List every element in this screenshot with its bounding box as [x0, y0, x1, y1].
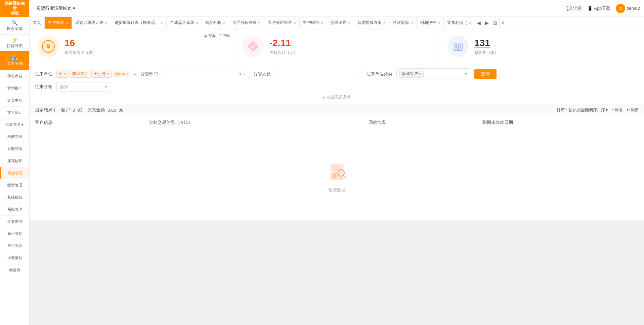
tab-nav-left[interactable]: ◀	[475, 17, 483, 29]
tab-product-analysis-list[interactable]: 商品分析列表 ✕	[229, 17, 264, 29]
search-prefix: 搜索结果中，客户	[35, 107, 70, 113]
sidebar-item-quick-nav[interactable]: ⚡ 快捷导航	[0, 35, 29, 51]
collapse-button[interactable]: ∧ 收起更多条件	[323, 94, 351, 100]
svg-line-16	[343, 175, 346, 178]
sidebar-item-purchase[interactable]: 采购管理	[0, 143, 29, 155]
tab-close-product-analysis-list[interactable]: ✕	[258, 21, 261, 25]
close-category-normal[interactable]: ✕	[419, 72, 421, 76]
sidebar-item-wholesale-mgmt[interactable]: 批发管理 ▼	[0, 119, 29, 131]
stat-top-right-1: ▶ 视频 ? 帮助	[205, 33, 230, 39]
filter-tag-chen[interactable]: 陈民强 ✕	[70, 70, 90, 78]
tab-close-operations[interactable]: ✕	[410, 21, 413, 25]
filter-tag-wu[interactable]: 伍 ✕	[56, 70, 69, 78]
sidebar-item-app-center[interactable]: 应用中心	[0, 240, 29, 252]
app-download-button[interactable]: 📱 App下载	[587, 5, 610, 11]
sidebar-item-new-guide[interactable]: 新手引导	[0, 228, 29, 240]
sort-label: 排序：按欠款金额倒序排序	[557, 107, 605, 113]
branch-dept-select[interactable]: ▾ ···	[162, 70, 249, 78]
category-tag-normal[interactable]: 普通客户 ✕	[399, 70, 424, 78]
tab-close-customer-contact[interactable]: ✕	[320, 21, 323, 25]
sidebar-item-retail-mall[interactable]: 零售商城	[0, 70, 29, 82]
svg-text:¥: ¥	[47, 43, 50, 50]
tab-close-accounts[interactable]: ✕	[66, 21, 68, 25]
svg-rect-7	[458, 46, 459, 48]
query-button[interactable]: 查询	[474, 69, 497, 79]
sidebar-item-system[interactable]: 系统管理	[0, 204, 29, 216]
user-menu[interactable]: d demo2	[616, 4, 640, 13]
tab-product-inbound[interactable]: 产成品入库单 ✕	[167, 17, 202, 29]
tab-close-purchase-orders[interactable]: ✕	[105, 21, 108, 25]
help-icon: ?	[219, 34, 221, 38]
branch-person-select[interactable]: ···	[275, 70, 362, 78]
col-credit-info: 欠款交易信息（占比）	[143, 116, 363, 129]
sidebar-item-enterprise-wechat[interactable]: 企业微信	[0, 252, 29, 264]
sidebar-item-ecommerce[interactable]: 电商管理	[0, 131, 29, 143]
search-summary: 搜索结果中，客户 0 家 欠款金额 0.00 元 排序：按欠款金额倒序排序 ▾	[30, 104, 644, 116]
sidebar-item-members[interactable]: 会员中心	[0, 95, 29, 107]
close-tag-wu[interactable]: ✕	[63, 72, 66, 76]
tab-purchase-stats[interactable]: 进货单统计表（按商品） ✕	[111, 17, 167, 29]
tab-add-promotion[interactable]: 新增提成方案 ✕	[354, 17, 389, 29]
close-tag-cjttcw[interactable]: ✕	[126, 72, 129, 76]
tab-close-purchase-stats[interactable]: ✕	[160, 21, 163, 25]
sidebar-item-marketing[interactable]: 营销推广	[0, 82, 29, 95]
help-link[interactable]: ? 帮助	[219, 33, 230, 39]
close-tag-chen[interactable]: ✕	[85, 72, 88, 76]
tab-close-add-promotion[interactable]: ✕	[383, 21, 386, 25]
account-name: 母婴行业演示帐套	[37, 5, 72, 11]
diamond-icon	[243, 36, 264, 57]
remainder-select[interactable]: 选择... ▾	[56, 82, 110, 92]
svg-rect-3	[456, 44, 457, 46]
video-link[interactable]: ▶ 视频	[205, 33, 216, 39]
sidebar-item-basic-info[interactable]: 基础信息	[0, 191, 29, 204]
tab-close-retail-profit[interactable]: ✕	[469, 21, 471, 25]
messages-button[interactable]: 💬 消息	[566, 5, 582, 11]
sidebar-item-enterprise[interactable]: 企业协同	[0, 216, 29, 228]
sidebar-item-retail-stats[interactable]: 零售统计	[0, 107, 29, 119]
sidebar-item-inventory[interactable]: 库存核算	[0, 155, 29, 167]
topbar: 母婴行业演示帐套 ▾ 💬 消息 📱 App下载 d demo2	[30, 0, 644, 17]
chevron-down-icon: ▾	[73, 6, 75, 11]
sidebar-item-vip-member[interactable]: 畅会员	[0, 264, 29, 276]
account-dropdown[interactable]: 母婴行业演示帐套 ▾	[34, 4, 78, 13]
sidebar-item-operations-mgmt[interactable]: 经营管理	[0, 179, 29, 191]
tab-nav-close-all[interactable]: ✕	[500, 17, 507, 29]
export-button[interactable]: ↑ 导出	[612, 107, 622, 113]
sidebar-item-retail-mgmt[interactable]: 🏪 零售管理	[0, 51, 29, 70]
tab-operations[interactable]: 经营情况 ✕	[389, 17, 417, 29]
video-icon: ▶	[205, 34, 208, 38]
close-tag-wang[interactable]: ✕	[106, 72, 109, 76]
branch-person-dots: ···	[356, 72, 359, 76]
filter-tag-cjttcw[interactable]: cjttcw ✕	[113, 71, 131, 77]
tab-customer-contact[interactable]: 客户联络 ✕	[300, 17, 327, 29]
stat-info-total-customers: 131 总客户（家）	[474, 38, 499, 56]
stat-label-total-customers: 总客户（家）	[474, 50, 499, 56]
tab-close-customer-segment[interactable]: ✕	[293, 21, 296, 25]
tab-home[interactable]: 首页	[30, 17, 45, 29]
tab-product-analysis[interactable]: 商品分析 ✕	[202, 17, 229, 29]
table-header-row: 客户信息 欠款交易信息（占比） 回款情况 到期未收款日期	[30, 116, 644, 129]
tab-accounts[interactable]: 客户账本 ✕	[45, 17, 72, 29]
tab-customer-segment[interactable]: 客户分层经营 ✕	[264, 17, 300, 29]
tab-nav-collapse[interactable]: ⊞	[491, 17, 500, 29]
tab-promotion-settings[interactable]: 提成设置 ✕	[327, 17, 354, 29]
tab-close-product-analysis[interactable]: ✕	[223, 21, 225, 25]
topbar-right: 💬 消息 📱 App下载 d demo2	[566, 4, 640, 13]
tab-close-promotion-settings[interactable]: ✕	[348, 21, 350, 25]
refresh-button[interactable]: ↻ 刷新	[627, 107, 639, 113]
sort-select[interactable]: 排序：按欠款金额倒序排序 ▾	[557, 107, 608, 113]
filter-tag-wang[interactable]: 王小亮 ✕	[91, 70, 112, 78]
tab-nav-right[interactable]: ▶	[483, 17, 491, 29]
filter-tags-more[interactable]: ···	[132, 71, 136, 77]
source-category-select[interactable]: 普通客户 ✕ ▾	[396, 68, 470, 79]
sidebar-item-finance[interactable]: 资金管理	[0, 167, 29, 179]
stats-row: ¥ 16 总欠款客户（家） ▶ 视频	[30, 29, 644, 64]
col-overdue-date: 到期未收款日期	[477, 116, 644, 129]
tab-profit-report[interactable]: 利润报告 ✕	[417, 17, 444, 29]
svg-rect-8	[460, 46, 461, 48]
tab-close-profit-report[interactable]: ✕	[437, 21, 440, 25]
tab-close-product-inbound[interactable]: ✕	[196, 21, 198, 25]
tab-purchase-orders[interactable]: 采购订单统计表 ✕	[72, 17, 111, 29]
tab-retail-profit[interactable]: 零售利润（ ✕	[444, 17, 475, 29]
sidebar-item-search[interactable]: 🔍 搜索菜单	[0, 17, 29, 35]
